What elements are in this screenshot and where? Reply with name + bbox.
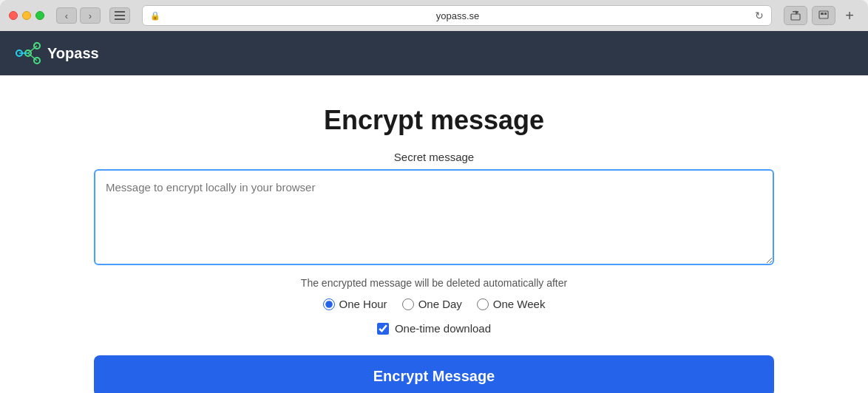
navbar: Yopass [0, 31, 868, 75]
minimize-button[interactable] [22, 11, 31, 20]
expiry-radio-group: One Hour One Day One Week [323, 298, 546, 310]
svg-rect-7 [821, 13, 824, 15]
one-time-download-label: One-time download [395, 322, 491, 335]
address-bar[interactable]: 🔒 yopass.se ↻ [142, 5, 772, 26]
deletion-info-text: The encrypted message will be deleted au… [301, 277, 567, 289]
close-button[interactable] [9, 11, 18, 20]
svg-line-14 [28, 53, 37, 61]
maximize-button[interactable] [35, 11, 44, 20]
brand-name: Yopass [47, 45, 99, 62]
one-time-download-option[interactable]: One-time download [377, 322, 491, 335]
one-week-option[interactable]: One Week [477, 298, 546, 310]
browser-actions: + [784, 6, 859, 25]
one-week-radio[interactable] [477, 298, 489, 310]
brand-icon [15, 40, 41, 66]
page-title: Encrypt message [94, 105, 774, 136]
secret-message-label: Secret message [394, 151, 474, 163]
brand: Yopass [15, 40, 99, 66]
svg-line-13 [28, 46, 37, 53]
browser-window: ‹ › 🔒 yopass.se ↻ [0, 0, 868, 393]
nav-buttons: ‹ › [56, 7, 101, 24]
message-textarea[interactable] [94, 169, 774, 265]
url-text: yopass.se [165, 10, 750, 21]
app-window: Yopass Encrypt message Secret message Th… [0, 31, 868, 393]
svg-rect-6 [819, 11, 828, 18]
one-hour-option[interactable]: One Hour [323, 298, 387, 310]
one-day-option[interactable]: One Day [402, 298, 462, 310]
svg-rect-2 [115, 18, 125, 20]
form-section: Secret message The encrypted message wil… [94, 151, 774, 393]
svg-rect-8 [824, 13, 827, 15]
one-hour-radio[interactable] [323, 298, 335, 310]
sidebar-icon [115, 11, 125, 20]
sidebar-toggle-button[interactable] [109, 7, 130, 24]
svg-rect-0 [115, 11, 125, 13]
encrypt-button[interactable]: Encrypt Message [94, 355, 774, 393]
share-icon [790, 10, 801, 21]
one-hour-label: One Hour [339, 298, 387, 310]
one-day-label: One Day [418, 298, 462, 310]
svg-rect-5 [791, 14, 800, 20]
main-content: Encrypt message Secret message The encry… [79, 75, 789, 393]
new-tab-button[interactable]: + [840, 6, 859, 25]
back-button[interactable]: ‹ [56, 7, 77, 24]
share-button[interactable] [784, 6, 807, 25]
one-time-download-checkbox[interactable] [377, 323, 389, 335]
share-nodes-icon [15, 40, 41, 66]
tab-overview-icon [818, 10, 829, 21]
traffic-lights [9, 11, 44, 20]
tab-overview-button[interactable] [812, 6, 835, 25]
lock-icon: 🔒 [150, 11, 160, 21]
reload-button[interactable]: ↻ [755, 10, 764, 21]
title-bar: ‹ › 🔒 yopass.se ↻ [0, 0, 868, 31]
svg-rect-1 [115, 15, 125, 16]
one-week-label: One Week [493, 298, 546, 310]
forward-button[interactable]: › [80, 7, 101, 24]
one-day-radio[interactable] [402, 298, 414, 310]
